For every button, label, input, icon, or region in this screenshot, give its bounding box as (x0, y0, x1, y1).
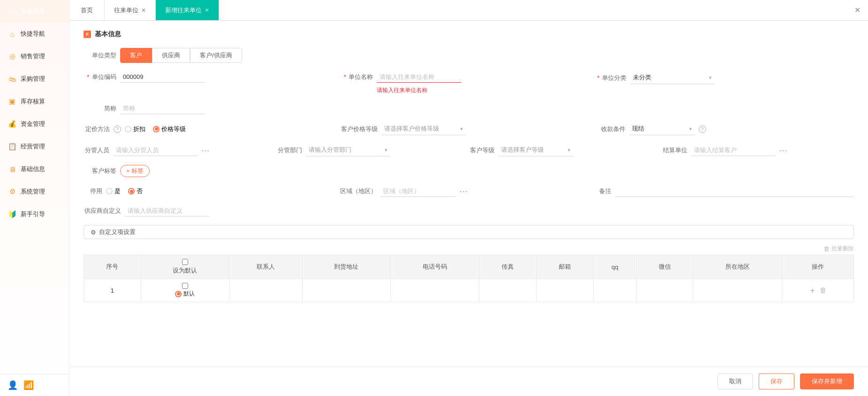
tab-partners[interactable]: 往来单位 ✕ (105, 0, 156, 20)
tab-new-partner-close[interactable]: ✕ (205, 7, 209, 14)
sidebar-item-system[interactable]: ⚙ 系统管理 (0, 180, 69, 203)
supervisor-row: 分管人员 ··· 分管部门 请输入分管部门 ▾ 客户等级 请选择客户等级 ▾ (84, 144, 854, 156)
cell-wechat (636, 279, 693, 302)
sidebar-item-finance[interactable]: 💰 资金管理 (0, 113, 69, 135)
pricing-level-radio[interactable]: 价格等级 (153, 125, 186, 133)
customer-level-select[interactable]: 请选择客户等级 ▾ (498, 144, 573, 156)
sidebar-item-label: 搜索菜单 (21, 7, 45, 16)
sidebar-item-guide[interactable]: 🔰 新手引导 (0, 203, 69, 225)
disabled-yes-radio[interactable]: 是 (106, 187, 121, 195)
sidebar-item-label: 库存核算 (21, 97, 45, 106)
purchase-icon: 🛍 (8, 74, 17, 84)
col-email: 邮箱 (536, 255, 594, 279)
tab-new-partner[interactable]: 新增往来单位 ✕ (156, 0, 219, 20)
unit-category-field: * 单位分类 未分类 ▾ (597, 71, 854, 84)
supplier-custom-input[interactable] (125, 205, 209, 217)
unit-type-customer[interactable]: 客户 (120, 48, 152, 63)
region-label: 区域（地区） (340, 187, 377, 195)
yes-radio-circle (106, 188, 113, 194)
sidebar-item-purchase[interactable]: 🛍 采购管理 (0, 68, 69, 90)
chevron-down-icon: ▾ (385, 147, 388, 153)
sidebar-item-basic[interactable]: 🖥 基础信息 (0, 158, 69, 180)
batch-delete-label[interactable]: 批量删除 (831, 245, 854, 253)
unit-name-label: * 单位名称 (340, 73, 373, 81)
col-region: 所在地区 (693, 255, 782, 279)
tab-partners-close[interactable]: ✕ (141, 7, 146, 14)
disabled-field: 停用 是 否 (84, 187, 340, 195)
tabbar: 首页 往来单位 ✕ 新增往来单位 ✕ ✕ (69, 0, 868, 21)
department-select[interactable]: 请输入分管部门 ▾ (306, 144, 390, 156)
col-phone: 电话号码 (391, 255, 480, 279)
chevron-down-icon: ▾ (568, 147, 571, 153)
col-wechat: 微信 (636, 255, 693, 279)
customer-price-level-label: 客户价格等级 (340, 125, 378, 133)
unit-code-label: * 单位编码 (84, 73, 116, 81)
supervisor-input[interactable] (113, 145, 198, 156)
cell-region (693, 279, 782, 302)
col-address: 到货地址 (302, 255, 391, 279)
cancel-button[interactable]: 取消 (717, 373, 753, 389)
unit-category-select[interactable]: 未分类 ▾ (630, 71, 715, 84)
unit-type-supplier[interactable]: 供应商 (152, 48, 190, 63)
supervisor-more-btn[interactable]: ··· (201, 146, 210, 155)
short-name-label: 简称 (84, 104, 116, 113)
cell-contact (229, 279, 302, 302)
supervisor-field: 分管人员 ··· (84, 145, 276, 156)
tab-home[interactable]: 首页 (69, 0, 105, 20)
disabled-no-radio[interactable]: 否 (128, 187, 143, 195)
cell-qq (594, 279, 637, 302)
cell-no: 1 (84, 279, 141, 302)
signal-icon[interactable]: 📶 (23, 380, 34, 390)
sidebar-item-sales[interactable]: ◎ 销售管理 (0, 45, 69, 68)
add-tag-btn[interactable]: + 标签 (120, 165, 150, 177)
short-name-input[interactable] (120, 103, 205, 114)
operations-icon: 📋 (8, 142, 17, 151)
sidebar-item-inventory[interactable]: ▣ 库存核算 (0, 90, 69, 113)
row-checkbox[interactable] (182, 283, 188, 289)
customer-price-level-select[interactable]: 请选择客户价格等级 ▾ (381, 123, 466, 135)
flag-icon: F (84, 31, 91, 38)
custom-settings-btn[interactable]: ⚙ 自定义项设置 (84, 225, 854, 239)
payment-terms-help-icon[interactable]: ? (699, 125, 706, 133)
cell-address (302, 279, 391, 302)
customer-price-level-field: 客户价格等级 请选择客户价格等级 ▾ (340, 123, 597, 135)
save-new-button[interactable]: 保存并新增 (800, 373, 854, 389)
user-icon[interactable]: 👤 (8, 380, 18, 390)
default-radio[interactable]: 默认 (175, 290, 195, 298)
add-row-btn[interactable]: ＋ (809, 286, 816, 295)
sidebar-item-label: 资金管理 (21, 120, 45, 128)
pricing-discount-radio[interactable]: 折扣 (125, 125, 145, 133)
short-name-row: 简称 (84, 103, 854, 114)
save-button[interactable]: 保存 (759, 373, 794, 389)
customer-level-field: 客户等级 请选择客户等级 ▾ (469, 144, 662, 156)
sidebar-item-label: 系统管理 (21, 187, 45, 196)
sidebar-item-label: 快捷导航 (21, 30, 45, 38)
col-contact: 联系人 (229, 255, 302, 279)
remark-input[interactable] (615, 186, 854, 197)
system-icon: ⚙ (8, 187, 17, 196)
section-title: F 基本信息 (84, 30, 854, 39)
sidebar-item-operations[interactable]: 📋 经营管理 (0, 135, 69, 158)
close-all-tabs[interactable]: ✕ (847, 6, 868, 15)
customer-tag-row: 客户标签 + 标签 (84, 165, 854, 177)
settlement-unit-more-btn[interactable]: ··· (779, 146, 788, 155)
sidebar-item-label: 采购管理 (21, 75, 45, 83)
col-action: 操作 (782, 255, 854, 279)
customer-level-label: 客户等级 (469, 146, 495, 155)
select-all-checkbox[interactable] (182, 259, 188, 265)
unit-name-input[interactable] (377, 71, 461, 83)
region-more-btn[interactable]: ··· (459, 187, 468, 195)
region-input[interactable] (381, 186, 456, 197)
payment-terms-select[interactable]: 现结 ▾ (629, 123, 695, 135)
delete-row-btn[interactable]: 🗑 (820, 286, 827, 295)
unit-type-both[interactable]: 客户/供应商 (190, 48, 242, 63)
sidebar-item-quick-nav[interactable]: ⌂ 快捷导航 (0, 23, 69, 45)
settlement-unit-input[interactable] (691, 145, 776, 156)
cell-email (536, 279, 594, 302)
sidebar-item-search[interactable]: ≡Q 搜索菜单 (0, 0, 69, 23)
unit-code-input[interactable] (120, 71, 205, 83)
pricing-help-icon[interactable]: ? (114, 125, 121, 133)
cell-phone (391, 279, 480, 302)
contact-table: 序号 设为默认 联系人 到货地址 电话号码 传真 邮箱 qq 微信 所在地区 (84, 255, 854, 302)
cell-default: 默认 (141, 279, 229, 302)
